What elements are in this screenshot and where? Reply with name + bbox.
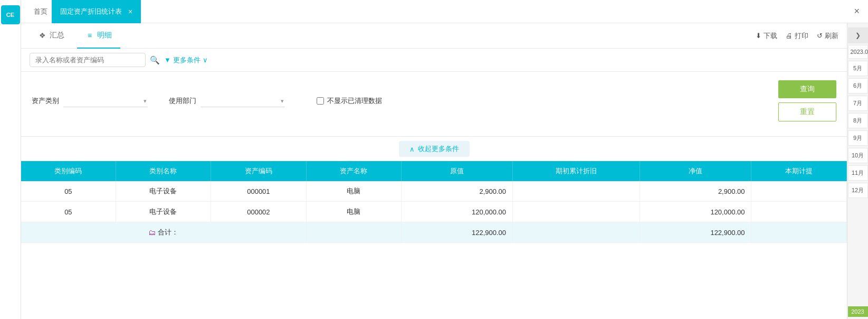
reset-button[interactable]: 重置 [778,102,836,121]
print-icon: 🖨 [786,32,793,40]
period-expand-arrow[interactable]: ❯ [848,27,868,43]
print-button[interactable]: 🖨 打印 [786,31,808,41]
col-header-net-value: 净值 [640,161,751,181]
table-row: 05 电子设备 000001 电脑 2,900.00 2,900.00 [21,181,847,202]
right-period-panel: ❯ 2023.01 5月 6月 7月 8月 9月 10月 11月 12月 202… [847,23,868,319]
month-7-btn[interactable]: 7月 [848,96,868,111]
tab-detail[interactable]: ≡ 明细 [77,23,120,49]
summary-icon: 🗂 [148,228,156,237]
col-header-asset-code: 资产编码 [211,161,306,181]
list-icon: ≡ [85,31,94,40]
cell-category-code: 05 [21,202,116,222]
search-input[interactable] [30,53,146,67]
summary-original-value: 122,900.00 [402,222,513,243]
hide-cleared-checkbox[interactable] [317,97,324,105]
tab-close-icon[interactable]: × [128,7,132,16]
col-header-original-value: 原值 [402,161,513,181]
cell-asset-code: 000002 [211,202,306,222]
chevron-up-icon: ∧ [409,145,415,153]
cell-asset-code: 000001 [211,181,306,202]
cell-original-value: 2,900.00 [402,181,513,202]
asset-category-select[interactable] [63,95,148,107]
summary-net-value: 122,900.00 [640,222,751,243]
summary-empty [306,222,401,243]
hide-cleared-label: 不显示已清理数据 [327,96,382,106]
cell-asset-name: 电脑 [306,181,401,202]
asset-category-label: 资产类别 [32,96,59,106]
query-button[interactable]: 查询 [778,80,836,98]
summary-row: 🗂 合计： 122,900.00 122,900.00 [21,222,847,243]
summary-label-cell: 🗂 合计： [21,222,306,243]
use-department-label: 使用部门 [169,96,196,106]
month-12-btn[interactable]: 12月 [848,183,868,198]
cell-current-dep [751,202,847,222]
cell-accum-dep [513,202,640,222]
print-label: 打印 [795,31,808,41]
tab-summary[interactable]: ❖ 汇总 [30,23,73,49]
col-header-accum-dep: 期初累计折旧 [513,161,640,181]
cell-original-value: 120,000.00 [402,202,513,222]
layers-icon: ❖ [38,31,46,40]
collapse-label: 收起更多条件 [418,144,459,154]
search-icon[interactable]: 🔍 [150,55,160,65]
summary-current-dep [751,222,847,243]
col-header-current-dep: 本期计提 [751,161,847,181]
cell-net-value: 2,900.00 [640,181,751,202]
refresh-label: 刷新 [825,31,838,41]
summary-accum-dep [513,222,640,243]
collapse-filter-button[interactable]: ∧ 收起更多条件 [399,141,470,157]
tab-label: 固定资产折旧统计表 [60,7,122,16]
nav-home[interactable]: 首页 [30,7,52,16]
month-5-btn[interactable]: 5月 [848,61,868,76]
col-header-category-name: 类别名称 [116,161,211,181]
tab-detail-label: 明细 [97,31,112,40]
month-11-btn[interactable]: 11月 [848,165,868,181]
cell-current-dep [751,181,847,202]
download-label: 下载 [764,31,777,41]
refresh-icon: ↺ [817,32,823,40]
filter-label: 更多条件 [173,55,201,65]
nav-active-tab[interactable]: 固定资产折旧统计表 × [52,0,141,23]
more-filter-button[interactable]: ▼ 更多条件 ∨ [164,55,208,65]
col-header-category-code: 类别编码 [21,161,116,181]
cell-accum-dep [513,181,640,202]
table-row: 05 电子设备 000002 电脑 120,000.00 120,000.00 [21,202,847,222]
tab-summary-label: 汇总 [50,31,64,40]
filter-icon: ▼ [164,56,171,64]
use-department-select[interactable] [201,95,285,107]
cell-category-name: 电子设备 [116,181,211,202]
month-6-btn[interactable]: 6月 [848,78,868,93]
data-table-wrapper: 类别编码 类别名称 资产编码 资产名称 原值 期初累计折旧 净值 本期计提 05… [21,161,847,319]
month-10-btn[interactable]: 10月 [848,148,868,163]
col-header-asset-name: 资产名称 [306,161,401,181]
download-button[interactable]: ⬇ 下载 [756,31,777,41]
app-logo: CE [1,5,20,24]
month-8-btn[interactable]: 8月 [848,113,868,128]
cell-asset-name: 电脑 [306,202,401,222]
refresh-button[interactable]: ↺ 刷新 [817,31,838,41]
window-close-icon[interactable]: × [854,6,860,17]
download-icon: ⬇ [756,32,761,40]
depreciation-table: 类别编码 类别名称 资产编码 资产名称 原值 期初累计折旧 净值 本期计提 05… [21,161,847,243]
cell-net-value: 120,000.00 [640,202,751,222]
cell-category-code: 05 [21,181,116,202]
period-label: 2023.01 [848,45,868,59]
month-9-btn[interactable]: 9月 [848,130,868,146]
year-badge[interactable]: 2023 [848,306,868,317]
cell-category-name: 电子设备 [116,202,211,222]
chevron-down-icon: ∨ [203,56,208,64]
summary-text: 合计： [158,228,178,237]
